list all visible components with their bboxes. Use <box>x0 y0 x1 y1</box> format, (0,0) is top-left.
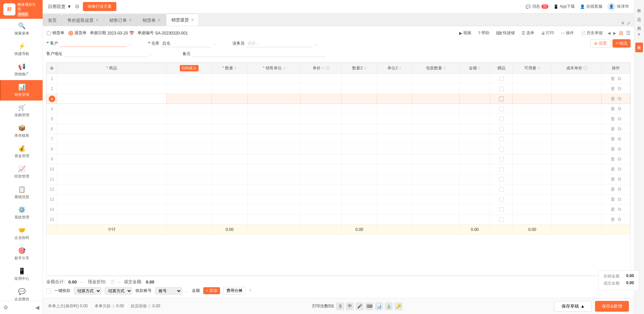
gift-checkbox-14[interactable] <box>499 207 504 212</box>
customer-dots-btn[interactable]: ... <box>128 41 131 46</box>
footer-icon-5[interactable]: 📊 <box>375 302 383 310</box>
module-selector[interactable]: 日用百货 ▼ <box>48 4 71 10</box>
delete-row-5[interactable]: 🗑 <box>610 116 615 122</box>
settle-method-select[interactable]: 结算方式 <box>74 287 101 295</box>
footer-icon-2[interactable]: 中 <box>346 302 354 310</box>
delete-row-8[interactable]: 🗑 <box>610 146 615 152</box>
gift-checkbox-10[interactable] <box>499 167 504 172</box>
copy-row-14[interactable]: ⧉ <box>618 206 621 212</box>
video-btn[interactable]: ▶ 视频 <box>457 29 473 37</box>
copy-row-10[interactable]: ⧉ <box>618 166 621 172</box>
gift-checkbox-13[interactable] <box>499 197 504 202</box>
gift-checkbox-15[interactable] <box>499 217 504 222</box>
account-dots-btn[interactable]: ... <box>185 289 189 293</box>
copy-row-7[interactable]: ⧉ <box>618 136 621 142</box>
delete-row-3[interactable]: 🗑 <box>610 96 615 102</box>
warehouse-input[interactable]: 总仓 <box>161 40 211 47</box>
sidebar-item-base[interactable]: 📋 基础信息 <box>0 182 43 203</box>
setting-button[interactable]: ⚙ 设置 <box>590 39 610 48</box>
unit-sort-icon[interactable]: ⇅ <box>283 66 285 70</box>
logistics-button[interactable]: + 物流 <box>612 39 631 48</box>
gift-checkbox-12[interactable] <box>499 187 504 192</box>
qty2-sort-icon[interactable]: ⇅ <box>364 66 366 70</box>
print-btn[interactable]: 🖨 打印 <box>539 29 556 37</box>
gift-checkbox-1[interactable] <box>499 76 504 81</box>
expand-icon[interactable]: ⤢ <box>627 20 631 26</box>
unit2-sort-icon[interactable]: ⇅ <box>399 66 401 70</box>
sidebar-item-purchase[interactable]: 🛒 采购管理 <box>0 101 43 121</box>
copy-row-12[interactable]: ⧉ <box>618 186 621 192</box>
delete-row-13[interactable]: 🗑 <box>610 196 615 202</box>
next-icon[interactable]: ▶ <box>613 31 616 36</box>
radio-return[interactable]: 退货单 <box>68 30 87 36</box>
scan-input-btn[interactable]: 扫码录入 <box>180 65 199 71</box>
list-view-icon[interactable]: ☰ <box>626 30 631 36</box>
save-draft-button[interactable]: 保存草稿 ▲ <box>554 301 592 312</box>
close-sales-return[interactable]: ✕ <box>191 18 194 22</box>
sidebar-item-search[interactable]: 🔍 搜索菜单 <box>0 19 43 39</box>
right-tab-4[interactable]: ★ <box>635 29 643 39</box>
right-tab-2[interactable]: 日志 <box>635 12 643 17</box>
delete-row-9[interactable]: 🗑 <box>610 156 615 162</box>
account-select[interactable]: 账号 <box>155 287 182 295</box>
copy-row-1[interactable]: ⧉ <box>618 76 621 81</box>
discount-info-icon[interactable]: ? <box>110 279 115 284</box>
sidebar-item-guide[interactable]: 🎯 新手引导 <box>0 244 43 264</box>
footer-info-icon[interactable]: ⓘ <box>112 304 115 308</box>
footer-icon-1[interactable]: S <box>336 302 344 310</box>
gift-checkbox-7[interactable] <box>499 137 504 141</box>
copy-row-3[interactable]: ⧉ <box>618 96 621 102</box>
warehouse-dots-btn[interactable]: ... <box>212 41 216 46</box>
calendar-icon[interactable]: 📅 <box>129 31 134 36</box>
shortcut-btn[interactable]: ⌨ 快捷键 <box>494 29 517 37</box>
cost-info-icon[interactable]: ⓘ <box>583 66 587 70</box>
delete-row-7[interactable]: 🗑 <box>610 136 615 142</box>
select-btn[interactable]: ☰ 选单 <box>520 29 536 37</box>
gift-checkbox-8[interactable] <box>499 147 504 151</box>
price-info-icon[interactable]: ⓘ <box>326 66 330 70</box>
remark-input[interactable] <box>192 50 326 57</box>
right-tab-1[interactable]: 附件 <box>635 3 643 9</box>
copy-row-5[interactable]: ⧉ <box>618 116 621 122</box>
copy-row-8[interactable]: ⧉ <box>618 146 621 152</box>
close-tab-icon[interactable]: ✕ <box>621 20 625 26</box>
staff-input[interactable]: 选择... <box>246 40 313 47</box>
copy-row-15[interactable]: ⧉ <box>618 216 621 222</box>
delete-row-10[interactable]: 🗑 <box>610 166 615 172</box>
product-input-3[interactable] <box>58 97 165 101</box>
address-dots-btn[interactable]: ... <box>149 51 152 56</box>
footer-icon-4[interactable]: ⌨ <box>365 302 373 310</box>
app-download-button[interactable]: 📱 App下载 <box>553 4 575 9</box>
sidebar-item-appstore[interactable]: 📱 应用中心 <box>0 264 43 285</box>
avail-sort-icon[interactable]: ⇅ <box>538 66 540 70</box>
sidebar-item-quick[interactable]: ⚡ 快捷导航 <box>0 39 43 60</box>
tab-sales-order[interactable]: 销售订单 ✕ <box>104 14 137 26</box>
sidebar-item-system[interactable]: ⚙️ 系统管理 <box>0 203 43 223</box>
sidebar-item-enterprise[interactable]: 🤝 企业协同 <box>0 223 43 244</box>
copy-row-13[interactable]: ⧉ <box>618 196 621 202</box>
radio-sales[interactable]: 销货单 <box>46 30 64 36</box>
delete-row-15[interactable]: 🗑 <box>610 216 615 222</box>
copy-row-9[interactable]: ⧉ <box>618 156 621 162</box>
footer-icon-6[interactable]: 👔 <box>385 302 393 310</box>
close-sales-delivery[interactable]: ✕ <box>158 18 161 22</box>
tab-home[interactable]: 首页 <box>43 14 62 26</box>
footer-icon-7[interactable]: 🔑 <box>394 302 402 310</box>
sidebar-item-finance[interactable]: 💰 资金管理 <box>0 141 43 162</box>
prev-icon[interactable]: ◀ <box>607 31 610 36</box>
gift-checkbox-5[interactable] <box>499 117 504 121</box>
customer-input[interactable] <box>59 40 126 47</box>
expense-help-icon[interactable]: ? <box>249 289 251 293</box>
gift-checkbox-2[interactable] <box>499 86 504 91</box>
address-input[interactable] <box>64 50 148 57</box>
footer-icon-3[interactable]: 🎤 <box>356 302 364 310</box>
delete-row-12[interactable]: 🗑 <box>610 186 615 192</box>
sidebar-item-operation[interactable]: 📈 经营管理 <box>0 162 43 182</box>
expense-button[interactable]: 费用分摊 <box>223 287 246 295</box>
add-payment-button[interactable]: + 添加 <box>203 287 220 294</box>
sidebar-item-wechat[interactable]: 💬 企业微信 <box>0 285 43 301</box>
staff-dots-btn[interactable]: ... <box>314 41 318 46</box>
amount-sort-icon[interactable]: ⇅ <box>478 66 481 70</box>
sidebar-item-inventory[interactable]: 📦 库存核算 <box>0 121 43 141</box>
qty-sort-icon[interactable]: ⇅ <box>234 66 237 70</box>
